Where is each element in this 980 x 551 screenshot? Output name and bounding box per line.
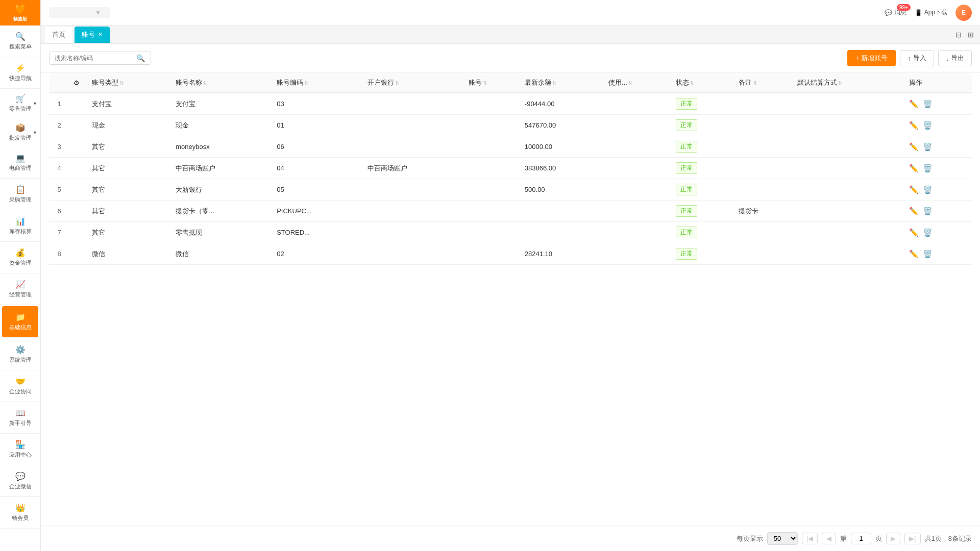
edit-icon[interactable]: ✏️ bbox=[909, 185, 919, 194]
delete-icon[interactable]: 🗑️ bbox=[923, 228, 933, 237]
sidebar-item-purchase[interactable]: 📋 采购管理 bbox=[0, 179, 40, 210]
table-row: 6 其它 提货卡（零... PICKUPC... 正常 提货卡 ✏️ 🗑️ bbox=[49, 201, 972, 222]
chevron-down-icon: ▼ bbox=[33, 130, 37, 135]
col-settings[interactable]: ⚙ bbox=[69, 73, 88, 93]
tab-account[interactable]: 账号 ✕ bbox=[75, 27, 110, 43]
cell-name: 零售抵现 bbox=[172, 222, 273, 243]
col-type[interactable]: 账号类型⇅ bbox=[88, 73, 172, 93]
col-balance[interactable]: 最新余额⇅ bbox=[521, 73, 604, 93]
delete-icon[interactable]: 🗑️ bbox=[923, 99, 933, 109]
accounts-table-container: ⚙ 账号类型⇅ 账号名称⇅ 账号编码⇅ 开户银行⇅ bbox=[41, 73, 980, 525]
col-account[interactable]: 账号⇅ bbox=[464, 73, 521, 93]
sidebar-item-basic[interactable]: 📁 基础信息 bbox=[2, 306, 38, 338]
next-page-button[interactable]: ▶ bbox=[886, 533, 900, 544]
sidebar-item-quick-nav[interactable]: ⚡ 快捷导航 bbox=[0, 57, 40, 89]
cell-account bbox=[464, 93, 521, 115]
sidebar-item-app-center[interactable]: 🏪 应用中心 bbox=[0, 434, 40, 465]
tab-home[interactable]: 首页 bbox=[45, 27, 72, 43]
message-button[interactable]: 💬 消息 99+ bbox=[885, 8, 906, 17]
col-remark[interactable]: 备注⇅ bbox=[734, 73, 794, 93]
col-status[interactable]: 状态⇅ bbox=[672, 73, 734, 93]
cell-name: 现金 bbox=[172, 115, 273, 136]
edit-icon[interactable]: ✏️ bbox=[909, 164, 919, 173]
cell-usage bbox=[604, 222, 672, 243]
delete-icon[interactable]: 🗑️ bbox=[923, 249, 933, 259]
app-download-button[interactable]: 📱 App下载 bbox=[915, 8, 947, 17]
delete-icon[interactable]: 🗑️ bbox=[923, 164, 933, 173]
import-button[interactable]: ↑ 导入 bbox=[900, 50, 934, 66]
delete-icon[interactable]: 🗑️ bbox=[923, 185, 933, 194]
topbar-search-input[interactable] bbox=[54, 9, 95, 16]
col-default-payment[interactable]: 默认结算方式⇅ bbox=[793, 73, 905, 93]
status-badge: 正常 bbox=[676, 141, 697, 153]
cell-code: 05 bbox=[273, 179, 363, 201]
tab-minimize-button[interactable]: ⊟ bbox=[953, 29, 964, 41]
topbar: ▼ 💬 消息 99+ 📱 App下载 E bbox=[41, 0, 980, 26]
table-row: 5 其它 大新银行 05 500.00 正常 ✏️ 🗑️ bbox=[49, 179, 972, 201]
sidebar-item-finance[interactable]: 💰 资金管理 bbox=[0, 242, 40, 273]
col-name[interactable]: 账号名称⇅ bbox=[172, 73, 273, 93]
topbar-search-box[interactable]: ▼ bbox=[49, 7, 110, 18]
edit-icon[interactable]: ✏️ bbox=[909, 249, 919, 259]
sidebar-item-enterprise-wechat[interactable]: 💬 企业微信 bbox=[0, 465, 40, 497]
delete-icon[interactable]: 🗑️ bbox=[923, 207, 933, 216]
cell-account bbox=[464, 179, 521, 201]
edit-icon[interactable]: ✏️ bbox=[909, 99, 919, 109]
edit-icon[interactable]: ✏️ bbox=[909, 228, 919, 237]
edit-icon[interactable]: ✏️ bbox=[909, 121, 919, 130]
sidebar-item-ecommerce[interactable]: 💻 电商管理 bbox=[0, 147, 40, 179]
col-bank[interactable]: 开户银行⇅ bbox=[363, 73, 464, 93]
sidebar-item-cooperation[interactable]: 🤝 企业协同 bbox=[0, 370, 40, 402]
cell-usage bbox=[604, 243, 672, 265]
tabbar-actions: ⊟ ⊞ bbox=[953, 29, 976, 41]
sidebar-item-guide[interactable]: 📖 新手引导 bbox=[0, 402, 40, 434]
cell-name: 大新银行 bbox=[172, 179, 273, 201]
export-icon: ↓ bbox=[946, 55, 949, 62]
avatar[interactable]: E bbox=[955, 5, 972, 21]
edit-icon[interactable]: ✏️ bbox=[909, 207, 919, 216]
page-number-input[interactable] bbox=[851, 533, 871, 544]
cell-balance: -90444.00 bbox=[521, 93, 604, 115]
cell-default-payment bbox=[793, 93, 905, 115]
cell-account bbox=[464, 201, 521, 222]
search-box[interactable]: 🔍 bbox=[49, 52, 151, 65]
cell-code: PICKUPC... bbox=[273, 201, 363, 222]
delete-icon[interactable]: 🗑️ bbox=[923, 142, 933, 152]
export-button[interactable]: ↓ 导出 bbox=[938, 50, 972, 66]
search-input[interactable] bbox=[55, 55, 136, 62]
cell-status: 正常 bbox=[672, 136, 734, 158]
basic-icon: 📁 bbox=[15, 312, 26, 322]
sidebar-item-operation[interactable]: 📈 经营管理 bbox=[0, 273, 40, 305]
cell-account bbox=[464, 136, 521, 158]
operation-icon: 📈 bbox=[15, 280, 26, 289]
import-icon: ↑ bbox=[908, 55, 911, 62]
cell-remark bbox=[734, 136, 794, 158]
table-row: 1 支付宝 支付宝 03 -90444.00 正常 ✏️ 🗑️ bbox=[49, 93, 972, 115]
prev-page-button[interactable]: ◀ bbox=[822, 533, 836, 544]
delete-icon[interactable]: 🗑️ bbox=[923, 121, 933, 130]
status-badge: 正常 bbox=[676, 248, 697, 260]
sidebar-item-system[interactable]: ⚙️ 系统管理 bbox=[0, 339, 40, 370]
cell-bank bbox=[363, 93, 464, 115]
cell-num: 8 bbox=[49, 243, 69, 265]
cell-name: 提货卡（零... bbox=[172, 201, 273, 222]
cell-num: 4 bbox=[49, 158, 69, 179]
last-page-button[interactable]: ▶| bbox=[904, 533, 920, 544]
col-usage[interactable]: 使用...⇅ bbox=[604, 73, 672, 93]
first-page-button[interactable]: |◀ bbox=[802, 533, 818, 544]
tab-close-icon[interactable]: ✕ bbox=[98, 31, 103, 38]
sidebar-item-vip[interactable]: 👑 畅会员 bbox=[0, 497, 40, 529]
col-code[interactable]: 账号编码⇅ bbox=[273, 73, 363, 93]
sidebar-item-inventory[interactable]: 📊 库存核算 bbox=[0, 210, 40, 242]
tab-maximize-button[interactable]: ⊞ bbox=[966, 29, 976, 41]
toolbar-left: 🔍 bbox=[49, 52, 151, 65]
sidebar-item-retail[interactable]: 🛒 零售管理 ▼ bbox=[0, 89, 40, 118]
cell-balance: 10000.00 bbox=[521, 136, 604, 158]
pagination: 每页显示 50 100 200 |◀ ◀ 第 页 ▶ ▶| 共1页，8条记录 bbox=[41, 525, 980, 551]
cell-settings bbox=[69, 243, 88, 265]
add-account-button[interactable]: + 新增账号 bbox=[847, 50, 896, 66]
sidebar-item-search[interactable]: 🔍 搜索菜单 bbox=[0, 26, 40, 57]
page-size-select[interactable]: 50 100 200 bbox=[767, 532, 798, 545]
edit-icon[interactable]: ✏️ bbox=[909, 142, 919, 152]
sidebar-item-wholesale[interactable]: 📦 批发管理 ▼ bbox=[0, 118, 40, 147]
